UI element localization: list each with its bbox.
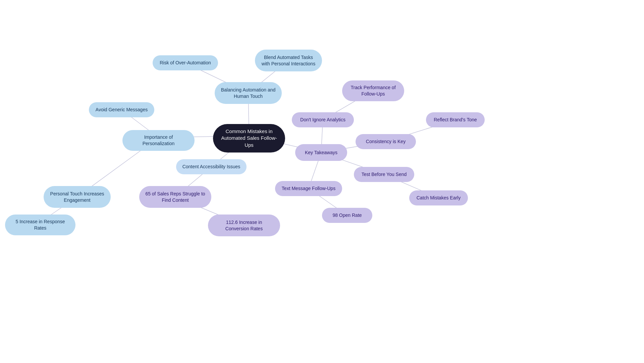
node-sales-reps[interactable]: 65 of Sales Reps Struggle to Find Conten… xyxy=(139,186,211,208)
node-personalization[interactable]: Importance of Personalization xyxy=(122,130,195,151)
node-catch-mistakes[interactable]: Catch Mistakes Early xyxy=(409,190,468,205)
node-personal-touch[interactable]: Personal Touch Increases Engagement xyxy=(44,186,111,208)
node-open-rate[interactable]: 98 Open Rate xyxy=(322,208,372,223)
node-conversion-rates[interactable]: 112.6 Increase in Conversion Rates xyxy=(208,215,280,236)
node-track-performance[interactable]: Track Performance of Follow-Ups xyxy=(342,80,404,101)
node-center[interactable]: Common Mistakes in Automated Sales Follo… xyxy=(213,124,285,153)
node-content-accessibility[interactable]: Content Accessibility Issues xyxy=(176,159,247,174)
node-balancing[interactable]: Balancing Automation and Human Touch xyxy=(215,82,282,104)
node-consistency[interactable]: Consistency is Key xyxy=(356,134,416,149)
node-text-message[interactable]: Text Message Follow-Ups xyxy=(275,181,342,196)
node-test-before[interactable]: Test Before You Send xyxy=(354,167,414,182)
node-avoid-generic[interactable]: Avoid Generic Messages xyxy=(89,102,154,117)
node-response-rates[interactable]: 5 Increase in Response Rates xyxy=(5,215,75,235)
node-dont-ignore[interactable]: Don't Ignore Analytics xyxy=(292,112,354,127)
node-key-takeaways[interactable]: Key Takeaways xyxy=(295,144,347,161)
mindmap-container: Common Mistakes in Automated Sales Follo… xyxy=(0,0,644,363)
node-reflect-brand[interactable]: Reflect Brand's Tone xyxy=(426,112,485,127)
node-risk-over[interactable]: Risk of Over-Automation xyxy=(153,55,218,70)
node-blend[interactable]: Blend Automated Tasks with Personal Inte… xyxy=(255,50,322,71)
